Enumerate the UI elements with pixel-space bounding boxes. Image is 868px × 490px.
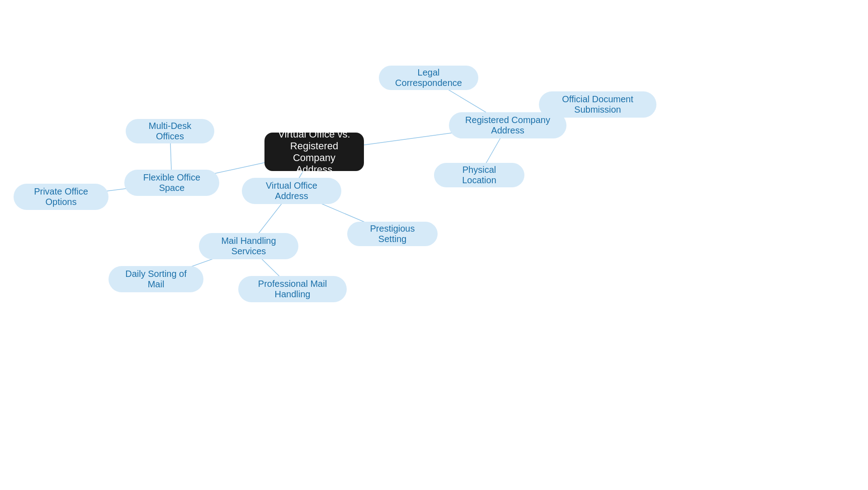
svg-line-4 xyxy=(292,152,314,191)
svg-line-1 xyxy=(429,78,508,125)
svg-line-10 xyxy=(170,131,172,183)
svg-line-11 xyxy=(61,183,172,197)
svg-line-0 xyxy=(314,125,508,152)
svg-line-8 xyxy=(249,246,292,289)
svg-line-5 xyxy=(292,191,392,234)
mindmap-svg xyxy=(0,0,868,490)
svg-line-9 xyxy=(172,152,314,183)
svg-line-2 xyxy=(508,105,598,125)
svg-line-6 xyxy=(249,191,292,246)
svg-line-3 xyxy=(479,125,508,175)
svg-line-7 xyxy=(156,246,249,279)
